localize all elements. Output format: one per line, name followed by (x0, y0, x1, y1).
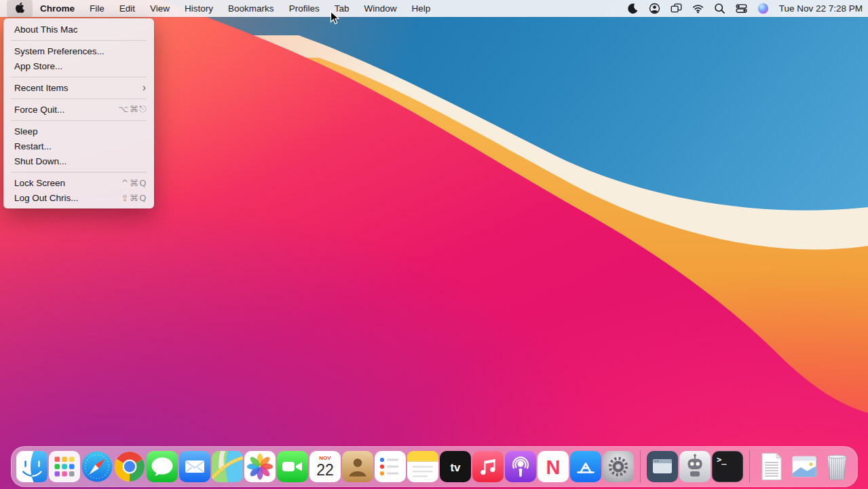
menu-item-shortcut: ⌥⌘⎋ (118, 104, 147, 115)
dock-contacts-icon[interactable] (342, 451, 373, 482)
svg-text:>_: >_ (717, 455, 727, 465)
dock-trash-icon[interactable] (821, 451, 852, 482)
menu-item-log-out-chris[interactable]: Log Out Chris...⇧⌘Q (3, 190, 154, 205)
menu-edit[interactable]: Edit (112, 0, 143, 17)
menu-item-system-preferences[interactable]: System Preferences... (3, 43, 154, 58)
active-app-name[interactable]: Chrome (33, 0, 82, 17)
mouse-cursor (330, 11, 341, 26)
dock-separator (749, 450, 750, 483)
menu-help[interactable]: Help (404, 0, 438, 17)
dock-podcasts-icon[interactable] (505, 451, 536, 482)
status-icons (627, 3, 769, 14)
dock-document-icon[interactable] (756, 451, 787, 482)
menu-item-label: Restart... (14, 141, 147, 151)
menu-item-force-quit[interactable]: Force Quit...⌥⌘⎋ (3, 102, 154, 117)
menu-item-restart[interactable]: Restart... (3, 139, 154, 153)
dock-app-window-icon[interactable] (647, 451, 678, 482)
menu-item-label: Log Out Chris... (14, 193, 121, 203)
menu-item-label: Sleep (14, 126, 147, 137)
wifi-icon[interactable] (692, 3, 704, 14)
dock-system-preferences-icon[interactable] (603, 451, 634, 482)
dock-photos-icon[interactable] (244, 451, 276, 482)
dock-calendar-icon[interactable]: NOV22 (309, 451, 341, 482)
desktop: Chrome FileEditViewHistoryBookmarksProfi… (0, 0, 868, 489)
dock-chrome-icon[interactable] (114, 451, 145, 482)
dock-facetime-icon[interactable] (277, 451, 308, 482)
menu-file[interactable]: File (82, 0, 112, 17)
focus-moon-icon[interactable] (627, 3, 639, 14)
menu-view[interactable]: View (143, 0, 177, 17)
dock-app-robot-icon[interactable] (679, 451, 711, 482)
dock-files-stack-icon[interactable] (789, 451, 820, 482)
menu-separator (11, 172, 147, 173)
apple-menu-button[interactable] (7, 0, 33, 17)
dock-terminal-icon[interactable]: >_ (712, 451, 743, 482)
menu-bar: Chrome FileEditViewHistoryBookmarksProfi… (0, 0, 868, 17)
control-center-icon[interactable] (736, 3, 747, 14)
menu-item-lock-screen[interactable]: Lock Screen^⌘Q (3, 175, 154, 190)
user-account-icon[interactable] (649, 3, 660, 14)
svg-text:22: 22 (316, 461, 334, 479)
menu-item-about-this-mac[interactable]: About This Mac (3, 22, 154, 37)
menu-item-label: About This Mac (14, 24, 147, 35)
dock-messages-icon[interactable] (147, 451, 178, 482)
dock-reminders-icon[interactable] (375, 451, 406, 482)
menu-separator (11, 98, 147, 99)
svg-text:NOV: NOV (319, 455, 331, 461)
dock-news-icon[interactable]: N (537, 451, 569, 482)
dock: NOV22tvN>_ (11, 446, 858, 487)
menu-profiles[interactable]: Profiles (282, 0, 327, 17)
submenu-chevron-icon: › (143, 82, 146, 93)
menu-history[interactable]: History (177, 0, 221, 17)
siri-icon[interactable] (757, 3, 769, 14)
dock-appstore-icon[interactable] (570, 451, 601, 482)
dock-tv-icon[interactable]: tv (440, 451, 471, 482)
status-area: Tue Nov 22 7:28 PM (627, 3, 863, 14)
dock-separator (640, 450, 641, 483)
dock-safari-icon[interactable] (81, 451, 113, 482)
dock-maps-icon[interactable] (212, 451, 243, 482)
menu-bar-left: Chrome FileEditViewHistoryBookmarksProfi… (7, 0, 438, 17)
apple-logo-icon (15, 2, 24, 16)
menu-separator (11, 40, 147, 41)
menu-item-shortcut: ^⌘Q (121, 178, 147, 188)
menu-item-app-store[interactable]: App Store... (3, 58, 154, 73)
dock-launchpad-icon[interactable] (49, 451, 80, 482)
spotlight-search-icon[interactable] (714, 3, 725, 14)
app-menus: FileEditViewHistoryBookmarksProfilesTabW… (82, 0, 438, 17)
menu-separator (11, 77, 147, 77)
dock-notes-icon[interactable] (407, 451, 438, 482)
dock-music-icon[interactable] (472, 451, 504, 482)
svg-text:N: N (546, 456, 560, 478)
menu-bookmarks[interactable]: Bookmarks (221, 0, 282, 17)
dock-finder-icon[interactable] (16, 451, 48, 482)
menu-item-label: Lock Screen (14, 178, 121, 188)
menu-item-shut-down[interactable]: Shut Down... (3, 153, 154, 168)
menu-item-sleep[interactable]: Sleep (3, 124, 154, 139)
menu-item-label: Recent Items (14, 83, 143, 93)
menu-item-label: Shut Down... (14, 156, 147, 166)
menu-bar-clock[interactable]: Tue Nov 22 7:28 PM (779, 3, 863, 14)
window-mirroring-icon[interactable] (671, 3, 682, 14)
dock-mail-icon[interactable] (179, 451, 210, 482)
menu-separator (11, 120, 147, 121)
menu-item-label: Force Quit... (14, 105, 118, 115)
apple-menu-dropdown: About This MacSystem Preferences...App S… (3, 18, 154, 209)
menu-item-recent-items[interactable]: Recent Items› (3, 80, 154, 95)
svg-text:tv: tv (450, 461, 461, 474)
menu-item-shortcut: ⇧⌘Q (121, 193, 147, 203)
menu-item-label: App Store... (14, 61, 147, 71)
menu-window[interactable]: Window (356, 0, 404, 17)
menu-item-label: System Preferences... (14, 46, 147, 56)
